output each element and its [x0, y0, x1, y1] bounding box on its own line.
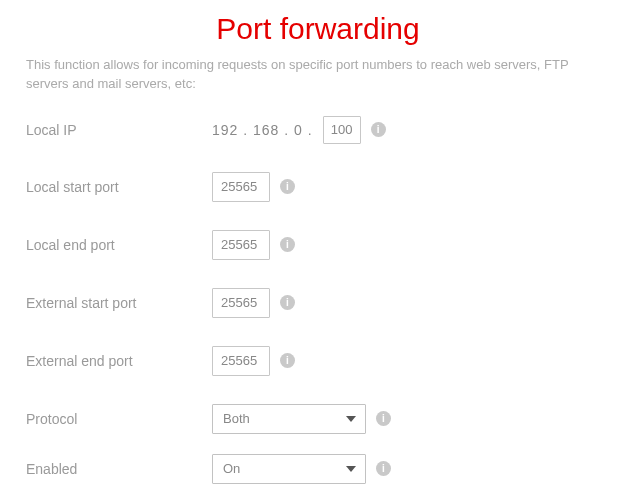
external-end-port-input[interactable]	[212, 346, 270, 376]
page-title: Port forwarding	[26, 0, 610, 56]
label-local-ip: Local IP	[26, 122, 212, 138]
label-external-end-port: External end port	[26, 353, 212, 369]
row-local-ip: Local IP 192 . 168 . 0 . i	[26, 116, 610, 144]
protocol-select[interactable]: Both	[212, 404, 366, 434]
local-end-port-input[interactable]	[212, 230, 270, 260]
info-icon[interactable]: i	[376, 461, 391, 476]
row-external-start-port: External start port i	[26, 288, 610, 318]
info-icon[interactable]: i	[376, 411, 391, 426]
local-start-port-input[interactable]	[212, 172, 270, 202]
info-icon[interactable]: i	[280, 237, 295, 252]
row-external-end-port: External end port i	[26, 346, 610, 376]
local-ip-prefix: 192 . 168 . 0 .	[212, 122, 313, 138]
row-local-end-port: Local end port i	[26, 230, 610, 260]
info-icon[interactable]: i	[280, 353, 295, 368]
label-local-start-port: Local start port	[26, 179, 212, 195]
label-enabled: Enabled	[26, 461, 212, 477]
label-external-start-port: External start port	[26, 295, 212, 311]
row-local-start-port: Local start port i	[26, 172, 610, 202]
label-local-end-port: Local end port	[26, 237, 212, 253]
row-protocol: Protocol Both i	[26, 404, 610, 434]
label-protocol: Protocol	[26, 411, 212, 427]
info-icon[interactable]: i	[280, 295, 295, 310]
info-icon[interactable]: i	[371, 122, 386, 137]
enabled-select[interactable]: On	[212, 454, 366, 484]
local-ip-host-input[interactable]	[323, 116, 361, 144]
row-enabled: Enabled On i	[26, 454, 610, 484]
page-description: This function allows for incoming reques…	[26, 56, 610, 94]
info-icon[interactable]: i	[280, 179, 295, 194]
external-start-port-input[interactable]	[212, 288, 270, 318]
